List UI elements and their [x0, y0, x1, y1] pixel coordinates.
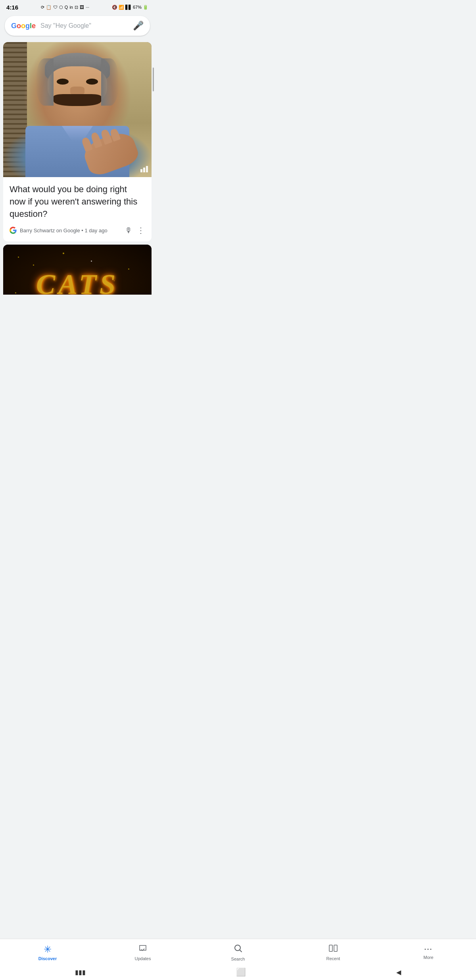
signal-icon: ▋▋ [125, 5, 132, 10]
more-options-icon[interactable]: ⋮ [137, 226, 145, 235]
beard [54, 94, 101, 106]
more-notif-icon: ··· [86, 5, 89, 10]
video-stats-icon [140, 166, 148, 174]
hair-right-side [101, 58, 119, 106]
cats-title: CATS [36, 268, 119, 295]
google-logo: Google [11, 22, 36, 30]
person-image [3, 42, 152, 177]
cats-card[interactable]: CATS [3, 245, 152, 295]
scroll-indicator[interactable] [153, 68, 154, 91]
article-text: What would you be doing right now if you… [3, 177, 152, 241]
svg-rect-0 [140, 169, 142, 172]
clipboard-icon: 📋 [46, 5, 52, 10]
article-source: Barry Schwartz on Google • 1 day ago [20, 228, 122, 233]
svg-rect-1 [143, 168, 145, 172]
shield-icon: 🛡 [53, 5, 58, 10]
search-placeholder[interactable]: Say "Hey Google" [40, 22, 130, 29]
battery-percent: 67% [133, 5, 142, 10]
dots-icon: ⬡ [59, 5, 63, 10]
status-icons: ⟳ 📋 🛡 ⬡ Q in ⊡ 🖼 ··· [41, 5, 89, 10]
status-right: 🔇 📶 ▋▋ 67% 🔋 [112, 5, 148, 10]
left-eye [57, 79, 69, 85]
linkedin-icon: in [69, 5, 73, 10]
status-bar: 4:16 ⟳ 📋 🛡 ⬡ Q in ⊡ 🖼 ··· 🔇 📶 ▋▋ 67% 🔋 [0, 0, 155, 13]
image-icon: 🖼 [80, 5, 84, 10]
scroll-content[interactable]: What would you be doing right now if you… [0, 39, 155, 295]
q-icon: Q [65, 5, 68, 10]
battery-icon: 🔋 [143, 5, 148, 10]
status-time: 4:16 [6, 4, 18, 11]
mic-icon[interactable]: 🎤 [133, 21, 144, 31]
search-bar-container: Google Say "Hey Google" 🎤 [0, 13, 155, 39]
article-card-1[interactable]: What would you be doing right now if you… [3, 42, 152, 241]
svg-rect-2 [146, 166, 148, 172]
rotate-icon: ⟳ [41, 5, 44, 10]
nose [70, 87, 84, 95]
mute-icon: 🔇 [112, 5, 117, 10]
listen-icon[interactable]: 🎙 [125, 226, 132, 235]
face-skin [48, 66, 107, 107]
video-thumbnail[interactable] [3, 42, 152, 177]
wifi-icon: 📶 [119, 5, 124, 10]
article-meta: Barry Schwartz on Google • 1 day ago 🎙 ⋮ [10, 226, 145, 235]
google-g-icon [10, 227, 17, 234]
right-eye [86, 79, 98, 85]
article-actions: 🎙 ⋮ [125, 226, 145, 235]
hair-left-side [36, 58, 54, 106]
article-title: What would you be doing right now if you… [10, 183, 145, 220]
amazon-icon: ⊡ [75, 5, 78, 10]
search-bar[interactable]: Google Say "Hey Google" 🎤 [5, 16, 150, 36]
